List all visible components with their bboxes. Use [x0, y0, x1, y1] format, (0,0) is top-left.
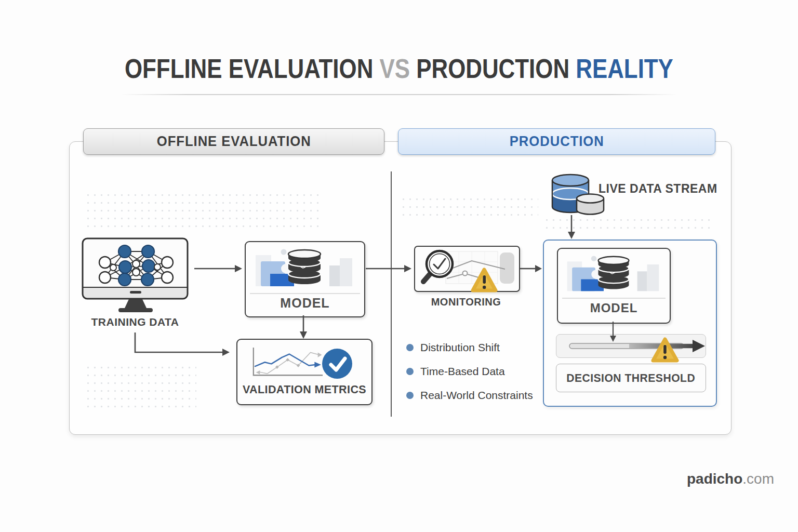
site-watermark: padicho.com: [603, 471, 777, 487]
production-model-box: MODEL: [557, 248, 671, 324]
monitoring-label: MONITORING: [414, 296, 518, 308]
bullet-dot-icon: [406, 344, 414, 351]
dot-grid: [85, 191, 320, 231]
decision-threshold-label: DECISION THRESHOLD: [566, 364, 695, 392]
title-vs: VS: [380, 54, 410, 84]
check-circle-icon: [322, 349, 352, 379]
threshold-slider: [556, 334, 706, 358]
bullet-dot-icon: [406, 368, 414, 375]
title-reality: REALITY: [576, 54, 673, 84]
list-item: Distribution Shift: [406, 336, 552, 360]
dot-grid: [400, 195, 538, 219]
infographic-canvas: OFFLINE EVALUATION VS PRODUCTION REALITY…: [0, 0, 798, 532]
warning-triangle-icon: [649, 335, 681, 365]
production-model-label: MODEL: [558, 301, 670, 315]
magnifier-check-icon: [417, 248, 517, 289]
title-divider: [121, 94, 677, 95]
list-item: Time-Based Data: [406, 360, 552, 383]
live-data-stream-label: LIVE DATA STREAM: [598, 182, 723, 196]
brand-suffix: .com: [742, 471, 774, 487]
arrow-icon: [193, 262, 243, 275]
production-header-label: PRODUCTION: [510, 129, 604, 154]
bullet-label: Real-World Constraints: [420, 389, 533, 402]
validation-metrics-label: VALIDATION METRICS: [237, 383, 371, 396]
model-database-icon: [564, 254, 663, 295]
monitoring-box: [414, 246, 520, 292]
monitor-neural-network-icon: [81, 237, 190, 316]
offline-model-label: MODEL: [246, 296, 364, 311]
warning-triangle-icon: [469, 266, 499, 295]
elbow-arrow-icon: [130, 332, 234, 358]
training-data-label: TRAINING DATA: [73, 316, 197, 328]
bullet-label: Distribution Shift: [420, 341, 500, 354]
bullet-dot-icon: [406, 392, 414, 399]
offline-section-header: OFFLINE EVALUATION: [83, 128, 384, 155]
production-section-header: PRODUCTION: [398, 128, 715, 155]
arrow-icon: [297, 315, 310, 339]
decision-threshold-box: DECISION THRESHOLD: [556, 364, 706, 392]
dot-grid: [85, 364, 196, 411]
arrow-icon: [519, 262, 543, 275]
model-database-icon: [252, 247, 356, 290]
line-chart-icon: [249, 347, 325, 379]
threshold-slider-icon: [556, 335, 706, 357]
offline-header-label: OFFLINE EVALUATION: [157, 129, 311, 154]
brand-name: padicho: [687, 471, 742, 487]
column-divider: [391, 171, 392, 417]
production-issues-list: Distribution Shift Time-Based Data Real-…: [406, 336, 552, 407]
arrow-icon: [565, 215, 578, 240]
arrow-icon: [365, 262, 413, 275]
arrow-icon: [607, 322, 619, 343]
title-production: PRODUCTION: [416, 54, 569, 84]
title-offline: OFFLINE EVALUATION: [125, 54, 373, 84]
page-title: OFFLINE EVALUATION VS PRODUCTION REALITY: [0, 54, 798, 84]
bullet-label: Time-Based Data: [420, 365, 505, 378]
list-item: Real-World Constraints: [406, 383, 552, 407]
offline-model-box: MODEL: [245, 241, 365, 317]
